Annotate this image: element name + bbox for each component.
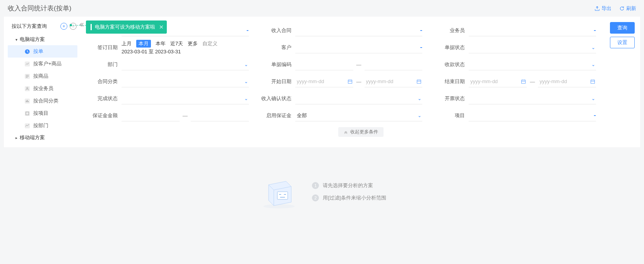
calendar-icon: [348, 79, 353, 84]
chevron-down-icon: ⌄: [244, 79, 248, 84]
filter-sign-date: 签订日期 上月 本月 本年 近7天 更多 自定义 2023-03-01 至: [87, 39, 249, 56]
filter-dept: 部门 ⌄: [87, 56, 249, 73]
filter-panel: 按以下方案查询 + 电脑方案可设为移动方案啦 ✕ ▾ 电脑端方案 按单: [4, 17, 640, 147]
settings-button[interactable]: 设置: [610, 37, 635, 48]
filter-salesperson: 业务员 ···: [434, 22, 596, 39]
sidebar-header: 按以下方案查询 +: [4, 20, 81, 34]
receipt-status-select[interactable]: ⌄: [469, 59, 596, 70]
filter-deposit: 保证金金额 —: [87, 107, 249, 124]
filter-area: ··· 收入合同 ··· 业务员 ··· 签订日期 上月 本月: [81, 17, 640, 147]
chevron-down-icon: ⌄: [591, 45, 595, 50]
more-icon: ···: [594, 113, 595, 118]
start-date-to[interactable]: [365, 76, 423, 87]
refresh-icon: [619, 6, 625, 11]
range-dash: —: [530, 79, 535, 85]
date-opt-last-month[interactable]: 上月: [122, 40, 132, 47]
empty-step-2: 2 用[过滤]条件来缩小分析范围: [312, 194, 386, 201]
caret-right-icon: ▸: [15, 136, 17, 140]
deposit-to[interactable]: [191, 110, 249, 121]
page-header: 收入合同统计表(按单) 导出 刷新: [0, 0, 644, 17]
chevron-down-icon: ⌄: [418, 96, 421, 101]
deposit-from[interactable]: [122, 110, 180, 121]
step-number-1: 1: [312, 182, 319, 189]
empty-steps: 1 请先选择要分析的方案 2 用[过滤]条件来缩小分析范围: [312, 182, 386, 201]
chevron-down-icon: ⌄: [244, 62, 248, 67]
header-actions: 导出 刷新: [594, 5, 636, 12]
refresh-button[interactable]: 刷新: [619, 5, 636, 12]
bar-icon: [24, 98, 30, 104]
empty-step-1: 1 请先选择要分析的方案: [312, 182, 386, 189]
search-button[interactable]: 查询: [610, 22, 635, 34]
collapse-conditions-button[interactable]: 收起更多条件: [338, 127, 384, 137]
person-icon: [24, 85, 30, 92]
start-date-from[interactable]: [295, 76, 353, 87]
tree-item-by-salesperson[interactable]: 按业务员: [8, 82, 77, 95]
date-opt-custom[interactable]: 自定义: [202, 40, 218, 47]
add-scheme-button[interactable]: +: [60, 23, 67, 30]
end-date-to[interactable]: [538, 76, 596, 87]
date-opt-more[interactable]: 更多: [188, 40, 198, 47]
empty-illustration-icon: [258, 174, 300, 209]
date-opt÷this-year[interactable]: 本年: [156, 40, 166, 47]
tooltip-close-button[interactable]: ✕: [159, 24, 164, 30]
income-confirm-select[interactable]: ⌄: [295, 93, 423, 104]
invoice-status-select[interactable]: ⌄: [469, 93, 596, 104]
tree-item-by-project[interactable]: 按项目: [8, 107, 77, 119]
chevron-down-icon: ⌄: [244, 96, 248, 101]
tree-group-mobile[interactable]: ▸ 移动端方案: [8, 132, 77, 143]
filter-income-confirm: 收入确认状态 ⌄: [260, 90, 423, 107]
more-icon: ···: [247, 28, 248, 33]
date-opt-this-month[interactable]: 本月: [136, 40, 151, 48]
tree-item-by-contract-category[interactable]: 按合同分类: [8, 95, 77, 107]
svg-point-0: [73, 26, 74, 27]
svg-rect-15: [277, 192, 288, 199]
range-dash: —: [356, 79, 361, 85]
chevron-up-double-icon: [344, 130, 348, 134]
calendar-icon: [590, 79, 595, 84]
sidebar-collapse-button[interactable]: [79, 22, 84, 27]
filter-contract-cat: 合同分类 ⌄: [87, 73, 249, 90]
svg-rect-11: [417, 80, 421, 83]
filter-enable-deposit: 启用保证金 全部⌄: [260, 107, 423, 124]
customer-select[interactable]: ···: [295, 42, 423, 53]
svg-rect-10: [348, 80, 352, 83]
complete-status-select[interactable]: ⌄: [122, 93, 249, 104]
bill-code-to[interactable]: [365, 59, 423, 70]
project-select[interactable]: ···: [469, 110, 596, 121]
action-column: 查询 设置: [608, 22, 635, 48]
export-button[interactable]: 导出: [594, 5, 611, 12]
list-icon: [24, 73, 30, 79]
salesperson-select[interactable]: ···: [469, 25, 596, 36]
clock-icon: [24, 48, 30, 55]
collapse-bar: 收起更多条件: [87, 124, 635, 141]
filter-invoice-status: 开票状态 ⌄: [434, 90, 596, 107]
tree-item-by-department[interactable]: 按部门: [8, 119, 77, 132]
filter-end-date: 结束日期 —: [434, 73, 596, 90]
export-icon: [594, 6, 600, 11]
calendar-icon: [416, 79, 421, 84]
chevron-down-icon: ⌄: [418, 113, 421, 118]
tree-item-by-order[interactable]: 按单: [8, 45, 77, 58]
date-opt-7days[interactable]: 近7天: [170, 40, 183, 47]
bill-code-from[interactable]: [295, 59, 353, 70]
date-range-display: 2023-03-01 至 2023-03-31: [122, 48, 181, 55]
tree-item-by-product[interactable]: 按商品: [8, 70, 77, 82]
chevron-left-double-icon: [79, 22, 84, 27]
tooltip-banner: 电脑方案可设为移动方案啦 ✕: [86, 20, 167, 34]
filter-customer: 客户 ···: [260, 39, 423, 56]
end-date-from[interactable]: [469, 76, 527, 87]
filter-bill-status: 单据状态 ⌄: [434, 39, 596, 56]
svg-rect-12: [522, 80, 526, 83]
svg-point-14: [264, 204, 295, 208]
enable-deposit-select[interactable]: 全部⌄: [295, 110, 423, 121]
tree-item-by-customer-product[interactable]: 按客户+商品: [8, 58, 77, 70]
income-contract-select[interactable]: ···: [295, 25, 423, 36]
tree-group-desktop[interactable]: ▾ 电脑端方案: [8, 34, 77, 45]
bill-status-select[interactable]: ⌄: [469, 42, 596, 53]
more-icon: ···: [420, 28, 421, 33]
dept-select[interactable]: ⌄: [122, 59, 249, 70]
more-icon: ···: [420, 45, 421, 50]
filter-project: 项目 ···: [434, 107, 596, 124]
calendar-icon: [521, 79, 526, 84]
contract-cat-select[interactable]: ⌄: [122, 76, 249, 87]
